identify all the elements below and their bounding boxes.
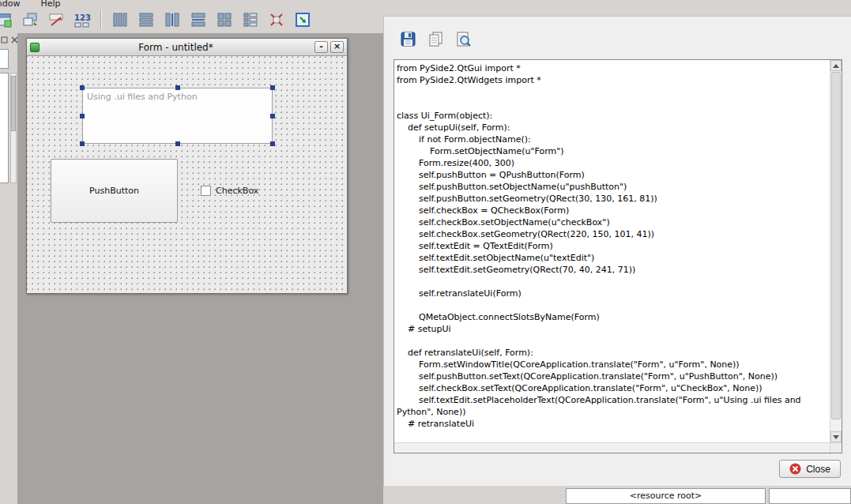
svg-text:123: 123 (74, 13, 91, 22)
copy-icon (427, 30, 446, 49)
textedit-widget[interactable]: Using .ui files and Python (82, 88, 273, 144)
close-button[interactable]: Close (779, 460, 841, 478)
raise-lower-button[interactable] (18, 8, 42, 32)
adjust-size-icon (294, 11, 311, 28)
checkbox-label: CheckBox (216, 186, 258, 196)
dock-float-icon[interactable] (1, 36, 8, 43)
selection-handle[interactable] (80, 114, 85, 118)
layout-form-button[interactable] (239, 8, 262, 32)
pushbutton-label: PushButton (89, 186, 139, 196)
arrow-up-icon (833, 64, 839, 68)
resource-root-label: <resource root> (630, 491, 702, 501)
code-vertical-scrollbar[interactable] (830, 60, 842, 442)
resource-side-panel[interactable] (769, 488, 851, 504)
selection-handle[interactable] (80, 141, 85, 146)
checkbox-widget[interactable]: CheckBox (201, 175, 281, 207)
scrollbar-thumb[interactable] (831, 72, 841, 419)
widgetbox-scrollbar-thumb[interactable] (11, 76, 16, 131)
form-window-titlebar[interactable]: Form - untitled* - × (27, 39, 347, 56)
layout-vertical-splitter-icon (190, 11, 207, 28)
find-icon (454, 30, 473, 49)
code-horizontal-scrollbar[interactable] (394, 442, 830, 453)
adjust-size-button[interactable] (291, 8, 314, 32)
screen: Window Help 123 (0, 0, 851, 504)
break-layout-icon (268, 11, 285, 28)
widgetbox-filter-input[interactable] (0, 49, 9, 69)
layout-horizontal-splitter-icon (164, 11, 181, 28)
selection-handle[interactable] (175, 141, 180, 146)
form-window-title: Form - untitled* (40, 42, 312, 53)
copy-button[interactable] (426, 29, 446, 50)
dock-close-icon[interactable] (11, 36, 18, 43)
scrollbar-corner (830, 442, 842, 453)
selection-handle[interactable] (270, 114, 275, 118)
form-close-button[interactable]: × (330, 41, 344, 53)
break-layout-button[interactable] (265, 8, 288, 32)
form-canvas[interactable]: Using .ui files and Python PushButton Ch… (27, 56, 347, 293)
widgetbox-scrollbar[interactable] (10, 73, 17, 183)
form-window-icon (30, 43, 40, 52)
raise-lower-icon (21, 11, 39, 28)
layout-vertical-icon (137, 11, 155, 28)
widgetbox-dock-buttons (1, 36, 18, 43)
code-dialog-toolbar (398, 29, 474, 50)
close-button-label: Close (806, 464, 830, 475)
layout-grid-button[interactable] (213, 8, 236, 32)
code-preview-dialog: from PySide2.QtGui import * from PySide2… (383, 16, 851, 486)
find-button[interactable] (454, 29, 474, 50)
arrow-down-icon (833, 435, 839, 439)
textedit-placeholder: Using .ui files and Python (83, 88, 272, 105)
pushbutton-widget[interactable]: PushButton (51, 159, 178, 223)
layout-vertical-button[interactable] (134, 8, 158, 32)
layout-horizontal-icon (111, 11, 129, 28)
form-editor-window: Form - untitled* - × Using .ui files and… (26, 38, 348, 294)
selection-handle[interactable] (270, 141, 275, 146)
save-button[interactable] (398, 29, 419, 50)
layout-horizontal-splitter-button[interactable] (160, 8, 184, 32)
scroll-up-button[interactable] (830, 60, 842, 71)
edit-widgets-button[interactable] (0, 8, 16, 32)
edit-widgets-icon (0, 11, 13, 28)
save-icon (399, 30, 418, 49)
edit-buddies-button[interactable] (44, 8, 68, 32)
tab-order-icon: 123 (73, 11, 92, 28)
layout-grid-icon (216, 11, 233, 28)
edit-buddies-icon (47, 11, 65, 28)
toolbar-separator (100, 10, 102, 29)
selection-handle[interactable] (80, 85, 85, 90)
main-toolbar: 123 (0, 7, 317, 32)
selection-handle[interactable] (175, 85, 180, 90)
code-view: from PySide2.QtGui import * from PySide2… (393, 59, 842, 453)
checkbox-indicator[interactable] (201, 186, 211, 196)
resource-root-item[interactable]: <resource root> (566, 488, 766, 504)
scroll-down-button[interactable] (830, 431, 842, 442)
layout-form-icon (242, 11, 259, 28)
layout-horizontal-button[interactable] (108, 8, 132, 32)
tab-order-button[interactable]: 123 (70, 8, 94, 32)
code-text[interactable]: from PySide2.QtGui import * from PySide2… (394, 60, 830, 442)
layout-vertical-splitter-button[interactable] (186, 8, 210, 32)
widgetbox-list[interactable] (0, 73, 9, 183)
selection-handle[interactable] (270, 85, 275, 90)
form-minimize-button[interactable]: - (314, 41, 328, 53)
close-icon (789, 463, 801, 475)
